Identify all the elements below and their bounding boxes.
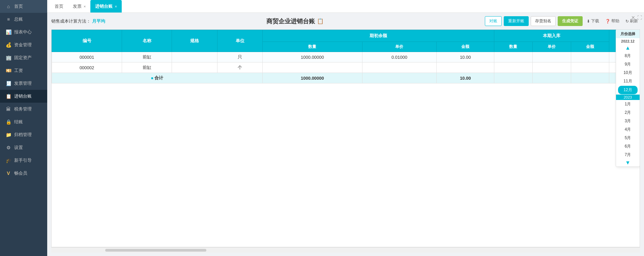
total-qty-in [494,73,533,83]
sidebar-item-settings[interactable]: ⚙ 设置 [0,141,47,154]
tab-purchase-sales[interactable]: 进销台账 × [90,0,121,12]
save-alias-button[interactable]: 存货别名 [531,16,556,26]
col-group-begin: 期初余额 [263,30,494,42]
sidebar-item-ledger[interactable]: ≡ 总账 [0,13,47,26]
cell-price-in [532,62,571,73]
col-sub-amount-begin: 金额 [437,42,494,52]
cell-amount-begin [437,62,494,73]
month-item-4[interactable]: 4月 [616,125,640,134]
table-row: 000001 前缸 只 1000.00000 0.01000 10.00 [52,52,640,62]
sidebar-item-reports[interactable]: 📊 报表中心 [0,26,47,39]
sidebar-item-label: 结账 [14,119,23,125]
window-maximize-button[interactable]: ⛶ [637,15,642,20]
sidebar-item-tax[interactable]: 🏛 税务管理 [0,103,47,116]
tab-bar: 首页 发票 × 进销台账 × [47,0,644,13]
total-amount-begin: 10.00 [437,73,494,83]
sidebar-item-fixed-assets[interactable]: 🏢 固定资产 [0,51,47,64]
month-item-1[interactable]: 1月 [616,100,640,108]
sidebar-item-vip[interactable]: V 畅会员 [0,167,47,180]
sidebar-item-home[interactable]: ⌂ 首页 [0,0,47,13]
refresh-icon: ↻ [625,19,629,24]
month-item-6[interactable]: 6月 [616,142,640,151]
sidebar-item-closing[interactable]: 🔒 结账 [0,116,47,128]
sidebar-item-guide[interactable]: 🎓 新手引导 [0,154,47,167]
tab-home[interactable]: 首页 [50,0,68,12]
month-item-12[interactable]: 12月 [618,86,638,94]
download-label: 下载 [591,18,599,24]
generate-voucher-button[interactable]: 生成凭证 [558,16,583,26]
col-sub-price-in: 单价 [532,42,571,52]
sidebar: ⌂ 首页 ≡ 总账 📊 报表中心 💰 资金管理 🏢 固定资产 💴 工资 🧾 发票… [0,0,47,256]
tab-purchase-sales-label: 进销台账 [95,3,113,9]
fixed-assets-icon: 🏢 [5,55,11,60]
col-header-name: 名称 [122,30,172,52]
reopen-button[interactable]: 重新开账 [504,16,529,26]
content-header: 销售成本计算方法： 月平均 商贸企业进销台账 📋 对账 重新开账 存货别名 生成… [51,16,640,26]
tab-purchase-sales-close[interactable]: × [115,4,117,8]
cell-spec [172,62,217,73]
content-area: ✕ ⛶ 销售成本计算方法： 月平均 商贸企业进销台账 📋 对账 重新开账 存货别… [47,13,644,256]
cost-method-value: 月平均 [92,19,105,24]
total-label: ■ 合计 [52,73,263,83]
cell-price-begin: 0.01000 [362,52,437,62]
help-label: 帮助 [611,18,619,24]
reconcile-button[interactable]: 对账 [485,16,502,26]
sidebar-item-funds[interactable]: 💰 资金管理 [0,39,47,51]
year-2022-label: 2022.12 [616,38,640,44]
cell-name: 前缸 [122,62,172,73]
sidebar-item-label: 工资 [14,68,23,74]
month-item-9[interactable]: 9月 [616,60,640,69]
month-next-button[interactable]: ▼ [616,159,640,167]
cell-code: 000002 [52,62,122,73]
sidebar-item-archive[interactable]: 📁 归档管理 [0,128,47,141]
sidebar-item-label: 总账 [14,16,23,22]
cell-spec [172,52,217,62]
tab-home-label: 首页 [55,3,63,9]
cell-unit: 只 [217,52,262,62]
archive-icon: 📁 [5,132,11,137]
help-icon: ❓ [605,19,610,24]
data-table: 编号 名称 规格 单位 期初余额 本期入库 数 数量 单价 金额 数 [52,30,640,83]
col-sub-qty-in: 数量 [494,42,533,52]
month-item-10[interactable]: 10月 [616,69,640,77]
sidebar-item-payroll[interactable]: 💴 工资 [0,64,47,77]
sidebar-item-label: 首页 [14,3,23,9]
month-item-11[interactable]: 11月 [616,77,640,85]
sidebar-item-label: 发票管理 [14,80,32,86]
sidebar-item-invoice-mgmt[interactable]: 🧾 发票管理 [0,77,47,90]
month-item-7[interactable]: 7月 [616,151,640,159]
reports-icon: 📊 [5,29,11,35]
sidebar-item-label: 固定资产 [14,55,32,61]
scrollbar-thumb[interactable] [105,249,206,252]
cell-code: 000001 [52,52,122,62]
horizontal-scrollbar[interactable] [51,247,640,253]
cell-qty-begin: 1000.00000 [263,52,362,62]
tab-invoice-close[interactable]: × [84,4,86,8]
cell-qty-begin [263,62,362,73]
month-item-3[interactable]: 3月 [616,117,640,125]
purchase-sales-icon: 📋 [5,94,11,99]
window-close-button[interactable]: ✕ [631,15,635,20]
month-item-8[interactable]: 8月 [616,52,640,60]
cell-qty-in [494,62,533,73]
cost-method: 销售成本计算方法： 月平均 [51,18,105,24]
total-qty-begin: 1000.00000 [263,73,362,83]
cell-amount-in [571,62,609,73]
tab-invoice[interactable]: 发票 × [68,0,90,12]
sidebar-item-purchase-sales[interactable]: 📋 进销台账 [0,90,47,103]
cell-price-begin [362,62,437,73]
month-item-2[interactable]: 2月 [616,108,640,117]
month-prev-button[interactable]: ▲ [616,44,640,52]
col-sub-qty-begin: 数量 [263,42,362,52]
help-button[interactable]: ❓ 帮助 [603,17,621,26]
month-panel: 月份选择 2022.12 ▲ 8月 9月 10月 11月 12月 2023 1月… [616,29,640,167]
col-header-code: 编号 [52,30,122,52]
cost-method-label: 销售成本计算方法： [51,19,91,24]
col-header-spec: 规格 [172,30,217,52]
download-button[interactable]: ⬇ 下载 [585,17,601,26]
cell-unit: 个 [217,62,262,73]
month-item-5[interactable]: 5月 [616,134,640,142]
funds-icon: 💰 [5,42,11,48]
sidebar-item-label: 进销台账 [14,93,32,99]
page-title-text: 商贸企业进销台账 [266,17,315,25]
